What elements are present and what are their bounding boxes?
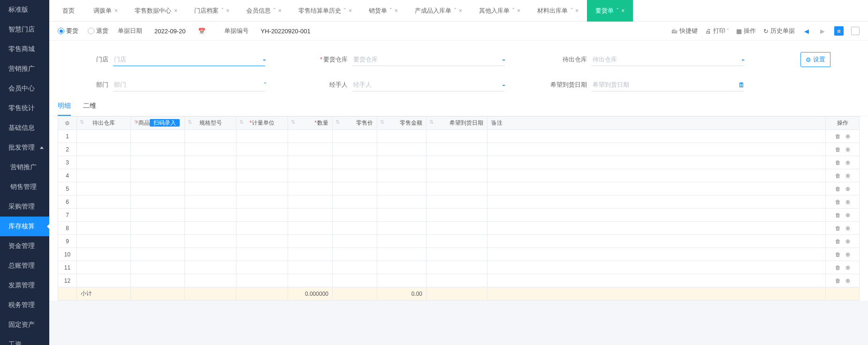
- delete-icon[interactable]: 🗑: [835, 186, 841, 192]
- radio-return[interactable]: 退货: [88, 27, 108, 35]
- delete-icon[interactable]: 🗑: [835, 146, 841, 153]
- tab-0[interactable]: 调拨单×: [85, 0, 126, 22]
- table-row[interactable]: 6🗑⊕: [58, 195, 860, 209]
- delete-icon[interactable]: 🗑: [835, 212, 841, 218]
- history-link[interactable]: ↻历史单据: [763, 27, 795, 35]
- operate-link[interactable]: ▦操作: [736, 27, 756, 35]
- chevron-down-icon[interactable]: ˇ: [512, 8, 514, 14]
- out-warehouse-input[interactable]: [592, 53, 744, 66]
- radio-request[interactable]: 要货: [58, 27, 78, 35]
- close-icon[interactable]: ×: [226, 8, 229, 14]
- delete-icon[interactable]: 🗑: [835, 264, 841, 271]
- add-icon[interactable]: ⊕: [845, 146, 850, 153]
- chevron-down-icon[interactable]: ˇ: [264, 82, 265, 89]
- close-icon[interactable]: ×: [278, 8, 282, 14]
- tab-2[interactable]: 门店档案ˇ×: [186, 0, 238, 22]
- tab-8[interactable]: 材料出库单ˇ×: [529, 0, 587, 22]
- doc-date-value[interactable]: 2022-09-20: [154, 28, 186, 35]
- tab-7[interactable]: 其他入库单ˇ×: [471, 0, 529, 22]
- table-row[interactable]: 10🗑⊕: [58, 248, 860, 261]
- add-icon[interactable]: ⊕: [845, 278, 850, 284]
- scan-badge[interactable]: 扫码录入: [150, 119, 180, 127]
- print-link[interactable]: 🖨打印ˇ: [705, 27, 729, 35]
- col-retail-amount[interactable]: 零售金额: [377, 117, 426, 130]
- req-warehouse-input[interactable]: [352, 53, 504, 66]
- delete-icon[interactable]: 🗑: [835, 199, 841, 205]
- close-icon[interactable]: ×: [517, 8, 520, 14]
- close-icon[interactable]: ×: [575, 8, 579, 14]
- hope-date-input[interactable]: [592, 78, 744, 91]
- chevron-down-icon[interactable]: ˇ: [617, 8, 618, 14]
- sidebar-item-2[interactable]: 零售商城: [0, 39, 49, 59]
- ellipsis-icon[interactable]: ···: [741, 56, 744, 63]
- sidebar-item-6[interactable]: 基础信息: [0, 118, 49, 138]
- table-row[interactable]: 8🗑⊕: [58, 222, 860, 235]
- tab-5[interactable]: 销货单ˇ×: [360, 0, 406, 22]
- sidebar-item-15[interactable]: 税务管理: [0, 295, 49, 315]
- delete-icon[interactable]: 🗑: [835, 159, 841, 166]
- ellipsis-icon[interactable]: ···: [263, 56, 265, 63]
- sidebar-item-17[interactable]: 工资: [0, 335, 49, 345]
- expand-icon[interactable]: [851, 27, 860, 35]
- add-icon[interactable]: ⊕: [845, 159, 850, 166]
- sidebar-item-12[interactable]: 资金管理: [0, 236, 49, 256]
- close-icon[interactable]: ×: [114, 8, 118, 14]
- col-unit[interactable]: *计量单位: [236, 117, 288, 130]
- settings-button[interactable]: ⚙设置: [800, 52, 830, 67]
- tab-4[interactable]: 零售结算单历史ˇ×: [290, 0, 360, 22]
- tab-9[interactable]: 要货单ˇ×: [587, 0, 633, 22]
- col-retail-price[interactable]: 零售价: [333, 117, 377, 130]
- sidebar-item-3[interactable]: 营销推广: [0, 59, 49, 79]
- add-icon[interactable]: ⊕: [845, 186, 850, 192]
- add-icon[interactable]: ⊕: [845, 133, 850, 140]
- add-icon[interactable]: ⊕: [845, 251, 850, 258]
- sidebar-item-14[interactable]: 发票管理: [0, 276, 49, 295]
- chevron-down-icon[interactable]: ˇ: [571, 8, 572, 14]
- sidebar-item-4[interactable]: 会员中心: [0, 79, 49, 98]
- sidebar-item-13[interactable]: 总账管理: [0, 256, 49, 276]
- add-icon[interactable]: ⊕: [845, 212, 850, 218]
- ctab-detail[interactable]: 明细: [58, 96, 71, 116]
- sidebar-item-5[interactable]: 零售统计: [0, 98, 49, 118]
- sidebar-item-0[interactable]: 标准版: [0, 0, 49, 20]
- ctab-2d[interactable]: 二维: [83, 96, 96, 116]
- store-input[interactable]: [113, 53, 265, 66]
- add-icon[interactable]: ⊕: [845, 199, 850, 205]
- dept-input[interactable]: [113, 78, 265, 91]
- col-out-wh[interactable]: 待出仓库: [77, 117, 131, 130]
- close-icon[interactable]: ×: [349, 8, 352, 14]
- ellipsis-icon[interactable]: ···: [502, 56, 504, 63]
- table-row[interactable]: 9🗑⊕: [58, 235, 860, 248]
- sidebar-item-16[interactable]: 固定资产: [0, 315, 49, 335]
- sidebar-item-1[interactable]: 智慧门店: [0, 20, 49, 39]
- col-spec[interactable]: 规格型号: [185, 117, 236, 130]
- sidebar-item-7[interactable]: 批发管理: [0, 138, 49, 158]
- table-row[interactable]: 4🗑⊕: [58, 169, 860, 182]
- chevron-down-icon[interactable]: ˇ: [344, 8, 346, 14]
- close-icon[interactable]: ×: [621, 8, 624, 14]
- add-icon[interactable]: ⊕: [845, 238, 850, 245]
- delete-icon[interactable]: 🗑: [835, 238, 841, 245]
- chevron-down-icon[interactable]: ˇ: [274, 8, 275, 14]
- col-qty[interactable]: *数量: [288, 117, 333, 130]
- close-icon[interactable]: ×: [459, 8, 462, 14]
- shortcut-link[interactable]: 🖮快捷键: [671, 27, 698, 35]
- table-row[interactable]: 5🗑⊕: [58, 182, 860, 195]
- calendar-icon[interactable]: 🗓: [739, 82, 744, 89]
- col-remark[interactable]: 备注: [487, 117, 826, 130]
- table-row[interactable]: 3🗑⊕: [58, 156, 860, 169]
- delete-icon[interactable]: 🗑: [835, 278, 841, 284]
- add-icon[interactable]: ⊕: [845, 225, 850, 232]
- list-view-icon[interactable]: ≡: [834, 26, 844, 36]
- col-hope-date[interactable]: 希望到货日期: [426, 117, 487, 130]
- table-row[interactable]: 11🗑⊕: [58, 261, 860, 274]
- table-row[interactable]: 7🗑⊕: [58, 209, 860, 222]
- chevron-down-icon[interactable]: ˇ: [221, 8, 223, 14]
- delete-icon[interactable]: 🗑: [835, 133, 841, 140]
- add-icon[interactable]: ⊕: [845, 264, 850, 271]
- calendar-icon[interactable]: 📅: [198, 28, 206, 35]
- chevron-down-icon[interactable]: ˇ: [390, 8, 392, 14]
- delete-icon[interactable]: 🗑: [835, 172, 841, 179]
- add-icon[interactable]: ⊕: [845, 172, 850, 179]
- delete-icon[interactable]: 🗑: [835, 225, 841, 232]
